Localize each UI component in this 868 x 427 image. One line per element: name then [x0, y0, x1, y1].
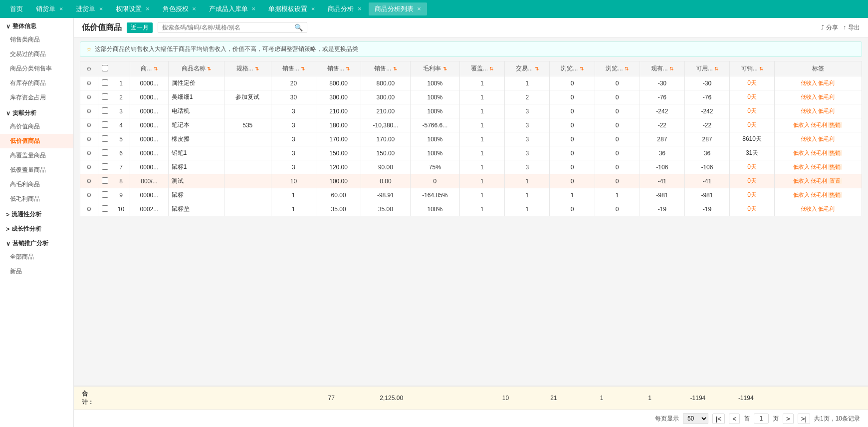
section-contribution[interactable]: ∨ 贡献分析 [0, 105, 73, 119]
gear-icon[interactable]: ⚙ [86, 65, 92, 72]
cell-check[interactable] [98, 76, 112, 90]
section-growth[interactable]: > 成长性分析 [0, 221, 73, 235]
cell-setting[interactable]: ⚙ [80, 90, 98, 104]
gear-icon[interactable]: ⚙ [86, 192, 92, 199]
close-product-inbound[interactable]: × [252, 5, 256, 12]
sidebar-item-traded-products[interactable]: 交易过的商品 [0, 47, 73, 61]
sidebar-item-high-value[interactable]: 高价值商品 [0, 119, 73, 134]
row-checkbox[interactable] [102, 135, 108, 142]
close-sales-order[interactable]: × [59, 5, 63, 12]
cell-check[interactable] [98, 202, 112, 216]
gear-icon[interactable]: ⚙ [86, 108, 92, 115]
nav-purchase-order[interactable]: 进货单 × [70, 2, 109, 15]
nav-role-auth[interactable]: 角色授权 × [157, 2, 202, 15]
close-role-auth[interactable]: × [192, 5, 196, 12]
first-page-button[interactable]: |< [712, 414, 725, 424]
sidebar-item-high-coverage[interactable]: 高覆盖量商品 [0, 148, 73, 163]
sidebar-item-sales-products[interactable]: 销售类商品 [0, 32, 73, 47]
cell-check[interactable] [98, 160, 112, 174]
gear-icon[interactable]: ⚙ [86, 122, 92, 129]
nav-permission[interactable]: 权限设置 × [110, 2, 155, 15]
row-checkbox[interactable] [102, 107, 108, 114]
nav-product-inbound[interactable]: 产成品入库单 × [203, 2, 261, 15]
page-size-select[interactable]: 50 100 200 [683, 413, 708, 424]
row-checkbox[interactable] [102, 121, 108, 128]
sidebar-item-inventory-capital[interactable]: 库存资金占用 [0, 90, 73, 105]
cell-check[interactable] [98, 146, 112, 160]
cell-browse1[interactable]: 0 [550, 160, 595, 174]
cell-browse1[interactable]: 0 [550, 118, 595, 132]
row-checkbox[interactable] [102, 93, 108, 100]
close-template-settings[interactable]: × [311, 5, 315, 12]
nav-template-settings[interactable]: 单据模板设置 × [262, 2, 321, 15]
cell-setting[interactable]: ⚙ [80, 188, 98, 202]
close-permission[interactable]: × [146, 5, 150, 12]
col-setting[interactable]: ⚙ [80, 61, 98, 76]
cell-check[interactable] [98, 188, 112, 202]
cell-browse1[interactable]: 0 [550, 202, 595, 216]
cell-check[interactable] [98, 174, 112, 188]
sidebar-item-all-products[interactable]: 全部商品 [0, 250, 73, 264]
sidebar-item-low-coverage[interactable]: 低覆盖量商品 [0, 163, 73, 177]
row-checkbox[interactable] [102, 79, 108, 86]
row-checkbox[interactable] [102, 205, 108, 212]
section-circulation[interactable]: > 流通性分析 [0, 206, 73, 221]
close-product-analysis[interactable]: × [358, 5, 362, 12]
cell-setting[interactable]: ⚙ [80, 160, 98, 174]
last-page-button[interactable]: >| [798, 414, 810, 424]
cell-browse1[interactable]: 0 [550, 174, 595, 188]
select-all-checkbox[interactable] [102, 65, 108, 71]
sidebar-item-new-products[interactable]: 新品 [0, 264, 73, 279]
search-input[interactable] [162, 24, 294, 31]
gear-icon[interactable]: ⚙ [86, 164, 92, 171]
gear-icon[interactable]: ⚙ [86, 80, 92, 87]
gear-icon[interactable]: ⚙ [86, 150, 92, 157]
cell-setting[interactable]: ⚙ [80, 202, 98, 216]
section-overall-info[interactable]: ∨ 整体信息 [0, 18, 73, 32]
nav-product-analysis-list[interactable]: 商品分析列表 × [369, 2, 427, 15]
cell-setting[interactable]: ⚙ [80, 174, 98, 188]
filter-tag-button[interactable]: 近一月 [127, 22, 153, 33]
cell-setting[interactable]: ⚙ [80, 132, 98, 146]
prev-page-button[interactable]: < [729, 414, 740, 424]
cell-setting[interactable]: ⚙ [80, 76, 98, 90]
close-product-analysis-list[interactable]: × [417, 5, 421, 12]
cell-check[interactable] [98, 132, 112, 146]
sidebar-item-stocked-products[interactable]: 有库存的商品 [0, 76, 73, 90]
nav-home[interactable]: 首页 [4, 2, 29, 15]
gear-icon[interactable]: ⚙ [86, 94, 92, 101]
cell-setting[interactable]: ⚙ [80, 104, 98, 118]
next-page-button[interactable]: > [783, 414, 794, 424]
gear-icon[interactable]: ⚙ [86, 206, 92, 213]
cell-browse1[interactable]: 0 [550, 90, 595, 104]
row-checkbox[interactable] [102, 191, 108, 198]
cell-browse1[interactable]: 0 [550, 132, 595, 146]
col-check[interactable] [98, 61, 112, 76]
export-button[interactable]: ↑ 导出 [843, 23, 860, 32]
table-container[interactable]: ⚙ 商... ⇅ 商品名称 ⇅ 规格... ⇅ 销售... ⇅ 销售... ⇅ … [80, 61, 862, 386]
share-button[interactable]: ⤴ 分享 [821, 23, 838, 32]
sidebar-item-category-sales-rate[interactable]: 商品分类销售率 [0, 61, 73, 76]
cell-setting[interactable]: ⚙ [80, 146, 98, 160]
row-checkbox[interactable] [102, 149, 108, 156]
cell-check[interactable] [98, 90, 112, 104]
cell-browse1[interactable]: 0 [550, 76, 595, 90]
nav-product-analysis[interactable]: 商品分析 × [322, 2, 367, 15]
cell-check[interactable] [98, 104, 112, 118]
sidebar-item-high-margin[interactable]: 高毛利商品 [0, 177, 73, 192]
sidebar-item-low-value[interactable]: 低价值商品 [0, 134, 73, 148]
gear-icon[interactable]: ⚙ [86, 178, 92, 185]
page-number-input[interactable] [754, 414, 769, 424]
search-icon[interactable]: 🔍 [294, 23, 303, 31]
cell-browse1[interactable]: 1 [550, 188, 595, 202]
cell-setting[interactable]: ⚙ [80, 118, 98, 132]
cell-browse1[interactable]: 0 [550, 146, 595, 160]
row-checkbox[interactable] [102, 177, 108, 184]
cell-browse1[interactable]: 0 [550, 104, 595, 118]
row-checkbox[interactable] [102, 163, 108, 170]
section-marketing[interactable]: ∨ 营销推广分析 [0, 235, 73, 250]
gear-icon[interactable]: ⚙ [86, 136, 92, 143]
nav-sales-order[interactable]: 销货单 × [30, 2, 69, 15]
sidebar-item-low-margin[interactable]: 低毛利商品 [0, 192, 73, 206]
cell-check[interactable] [98, 118, 112, 132]
